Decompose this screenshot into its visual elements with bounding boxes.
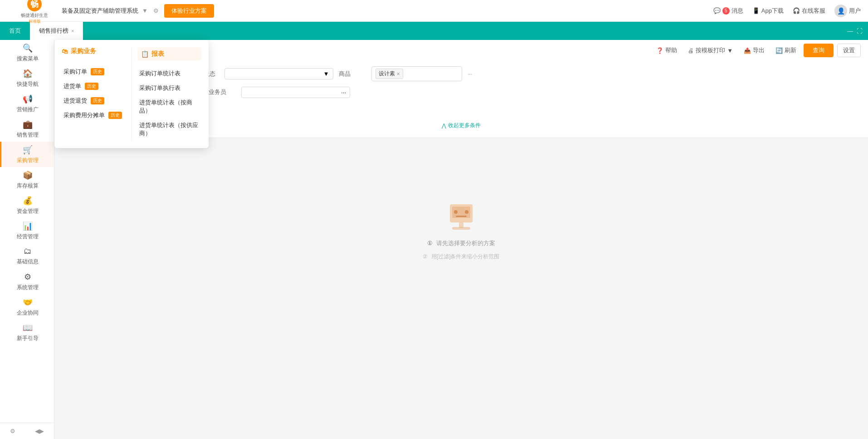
menu-item-inbound-stats-supplier[interactable]: 进货单统计表（按供应商） (137, 118, 202, 141)
purchase-menu-icon: 🛍 (62, 48, 68, 55)
sidebar-bottom: ⚙ ◀▶ (0, 423, 54, 439)
system-title-text: 装备及固定资产辅助管理系统 (62, 7, 138, 15)
marketing-icon: 📢 (23, 94, 33, 104)
sidebar-label-inventory: 库存核算 (17, 182, 39, 190)
settings-bottom-icon[interactable]: ⚙ (10, 428, 15, 434)
goods-tag-text: 设计素 (379, 70, 395, 78)
menu-item-purchase-order[interactable]: 采购订单 历史 (62, 64, 126, 79)
sidebar-label-nav: 快捷导航 (17, 80, 39, 88)
sidebar-item-system[interactable]: ⚙ 系统管理 (0, 269, 54, 294)
goods-tag-remove-icon[interactable]: × (397, 71, 400, 77)
salesperson-select[interactable]: ··· (241, 87, 350, 98)
sidebar-item-nav[interactable]: 🏠 快捷导航 (0, 65, 54, 91)
home-icon: 🏠 (23, 69, 33, 79)
menu-item-purchase-order-stats[interactable]: 采购订单统计表 (137, 66, 202, 81)
tab-sales-rank[interactable]: 销售排行榜 × (30, 22, 83, 40)
dropdown-arrow-icon[interactable]: ▼ (142, 7, 148, 14)
empty-hint-1: ① 请先选择要分析的方案 (427, 239, 495, 247)
menu-column-purchase: 🛍 采购业务 采购订单 历史 进货单 历史 进货退货 历史 采购费用分摊单 历史 (62, 47, 126, 141)
print-label: 按模板打印 (696, 46, 725, 54)
sidebar-label-enterprise: 企业协同 (17, 309, 39, 317)
tab-bar-right: — ⛶ (847, 28, 868, 35)
message-label: 消息 (731, 7, 743, 15)
phone-icon: 📱 (752, 7, 760, 14)
sidebar-item-search[interactable]: 🔍 搜索菜单 (0, 40, 54, 65)
empty-state: ① 请先选择要分析的方案 ② 用[过滤]条件来缩小分析范围 (54, 138, 868, 320)
sidebar-label-system: 系统管理 (17, 284, 39, 291)
sidebar-item-marketing[interactable]: 📢 营销推广 (0, 91, 54, 116)
report-menu-icon: 📋 (141, 50, 149, 58)
app-download-label: App下载 (761, 7, 784, 15)
sidebar-item-basic[interactable]: 🗂 基础信息 (0, 243, 54, 269)
query-button[interactable]: 查询 (804, 44, 834, 57)
menu-item-purchase-order-exec[interactable]: 采购订单执行表 (137, 81, 202, 95)
export-label: 导出 (753, 46, 765, 54)
history-badge-3: 历史 (108, 112, 122, 119)
purchase-menu-label: 采购业务 (71, 47, 96, 55)
menu-divider (132, 47, 132, 141)
menu-item-return[interactable]: 进货退货 历史 (62, 94, 126, 108)
purchase-icon: 🛒 (23, 145, 33, 155)
svg-point-2 (454, 210, 458, 214)
sidebar-item-operations[interactable]: 📊 经营管理 (0, 218, 54, 243)
logo-badge: 标准版 (29, 19, 41, 25)
sidebar-label-marketing: 营销推广 (17, 106, 39, 113)
sidebar-item-finance[interactable]: 💰 资金管理 (0, 192, 54, 218)
refresh-button[interactable]: 🔄 刷新 (772, 44, 800, 56)
online-service-item[interactable]: 🎧 在线客服 (793, 7, 825, 15)
tab-bar: 首页 销售排行榜 × — ⛶ (0, 22, 868, 40)
sidebar-item-purchase[interactable]: 🛒 采购管理 (0, 142, 54, 167)
print-button[interactable]: 🖨 按模板打印 ▼ (684, 44, 736, 56)
dropdown-menu: 🛍 采购业务 采购订单 历史 进货单 历史 进货退货 历史 采购费用分摊单 历史 (54, 40, 209, 148)
tab-close-icon[interactable]: × (71, 28, 74, 34)
inbound-stats-supplier-label: 进货单统计表（按供应商） (139, 121, 200, 138)
tab-sales-rank-label: 销售排行榜 (39, 27, 68, 35)
menu-column-report: 📋 报表 采购订单统计表 采购订单执行表 进货单统计表（按商品） 进货单统计表（… (137, 47, 202, 141)
voucher-status-select[interactable]: ▼ (224, 68, 333, 79)
settings-button[interactable]: 设置 (837, 44, 861, 57)
sidebar-label-sales: 销售管理 (17, 131, 39, 139)
sidebar-label-search: 搜索菜单 (17, 55, 39, 63)
app-download-item[interactable]: 📱 App下载 (752, 7, 784, 15)
export-button[interactable]: 📤 导出 (740, 44, 768, 56)
guide-icon: 📖 (23, 323, 33, 333)
message-badge: 5 (722, 7, 730, 15)
minimize-icon[interactable]: — (847, 28, 853, 35)
user-item[interactable]: 👤 用户 (834, 5, 861, 17)
print-arrow-icon: ▼ (727, 47, 733, 54)
sidebar-item-guide[interactable]: 📖 新手引导 (0, 320, 54, 345)
menu-item-expense[interactable]: 采购费用分摊单 历史 (62, 108, 126, 123)
logo-area: 畅 畅捷通好生意 标准版 (7, 0, 62, 25)
goods-more-dots[interactable]: ··· (468, 70, 473, 77)
tab-home-label: 首页 (9, 27, 21, 35)
history-badge-0: 历史 (91, 68, 104, 75)
sidebar-label-guide: 新手引导 (17, 335, 39, 342)
help-icon: ❓ (656, 47, 663, 54)
inbound-label: 进货单 (63, 82, 81, 90)
refresh-icon: 🔄 (775, 47, 783, 54)
collapse-up-icon: ⋀ (442, 123, 446, 129)
sidebar-item-sales[interactable]: 💼 销售管理 (0, 116, 54, 142)
history-badge-1: 历史 (85, 83, 98, 90)
gear-icon[interactable]: ⚙ (153, 7, 159, 14)
sidebar-item-enterprise[interactable]: 🤝 企业协同 (0, 294, 54, 320)
sidebar-label-purchase: 采购管理 (17, 157, 39, 164)
collapse-sidebar-icon[interactable]: ◀▶ (35, 428, 44, 434)
enterprise-icon: 🤝 (23, 297, 33, 307)
menu-item-inbound[interactable]: 进货单 历史 (62, 79, 126, 94)
goods-tag: 设计素 × (375, 69, 403, 79)
tab-home[interactable]: 首页 (0, 22, 30, 40)
goods-input[interactable]: 设计素 × (371, 66, 462, 81)
industry-button[interactable]: 体验行业方案 (164, 4, 214, 18)
avatar: 👤 (834, 5, 847, 17)
sidebar-item-inventory[interactable]: 📦 库存核算 (0, 167, 54, 192)
help-label: 帮助 (665, 46, 677, 54)
basic-icon: 🗂 (24, 247, 32, 256)
message-item[interactable]: 💬 5 消息 (713, 7, 743, 15)
help-button[interactable]: ❓ 帮助 (653, 44, 681, 56)
menu-item-inbound-stats-goods[interactable]: 进货单统计表（按商品） (137, 95, 202, 118)
search-icon: 🔍 (23, 43, 33, 53)
maximize-icon[interactable]: ⛶ (857, 28, 863, 35)
svg-rect-6 (452, 227, 470, 230)
purchase-order-label: 采购订单 (63, 68, 87, 76)
